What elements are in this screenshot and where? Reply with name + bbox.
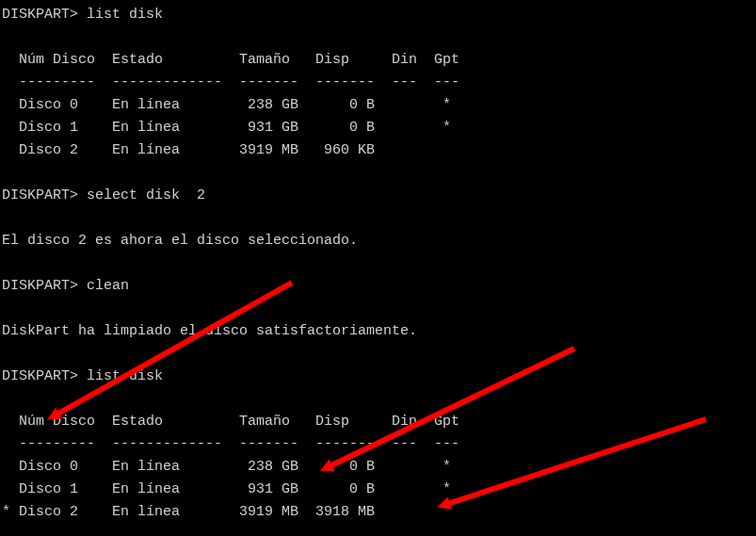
prompt: DISKPART>	[2, 278, 78, 294]
prompt: DISKPART>	[2, 368, 78, 384]
disk-row-1b: Disco 1 En línea 931 GB 0 B *	[2, 481, 451, 497]
disk-row-0b: Disco 0 En línea 238 GB 0 B *	[2, 459, 451, 475]
disk-row-1a: Disco 1 En línea 931 GB 0 B *	[2, 120, 451, 136]
disk-table-header-1: Núm Disco Estado Tamaño Disp Din Gpt	[2, 52, 459, 68]
disk-table-header-2: Núm Disco Estado Tamaño Disp Din Gpt	[2, 414, 459, 430]
command-list-disk-1: list disk	[87, 7, 163, 23]
disk-row-0a: Disco 0 En línea 238 GB 0 B *	[2, 97, 451, 113]
disk-row-2b: * Disco 2 En línea 3919 MB 3918 MB	[2, 504, 375, 520]
terminal-output: DISKPART> list disk Núm Disco Estado Tam…	[0, 0, 756, 536]
disk-row-2a: Disco 2 En línea 3919 MB 960 KB	[2, 142, 375, 158]
prompt: DISKPART>	[2, 187, 78, 203]
command-clean: clean	[87, 278, 129, 294]
prompt: DISKPART>	[2, 7, 78, 23]
command-list-disk-2: list disk	[87, 368, 163, 384]
msg-disk-selected: El disco 2 es ahora el disco seleccionad…	[2, 233, 358, 249]
disk-table-divider-2: --------- ------------- ------- ------- …	[2, 436, 459, 452]
command-select-disk: select disk 2	[87, 187, 205, 203]
disk-table-divider-1: --------- ------------- ------- ------- …	[2, 74, 459, 90]
msg-cleaned: DiskPart ha limpiado el disco satisfacto…	[2, 323, 417, 339]
